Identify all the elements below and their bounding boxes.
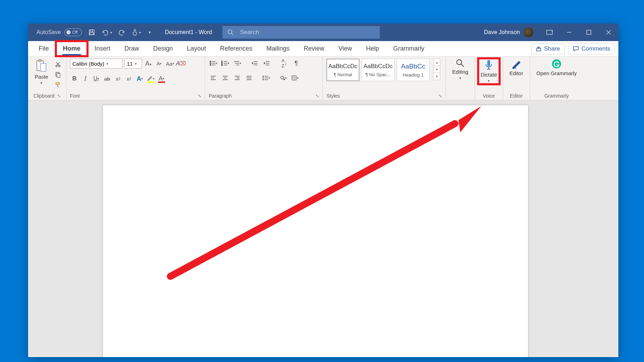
document-canvas[interactable] [28, 100, 618, 357]
ribbon-home: Paste ▾ Clipboard⤡ Calibri (Body)▾ 11▾ A… [28, 57, 618, 100]
style-normal[interactable]: AaBbCcDc ¶ Normal [326, 59, 359, 81]
superscript-button[interactable]: x2 [124, 74, 134, 83]
subscript-button[interactable]: x2 [113, 74, 123, 83]
close-button[interactable] [599, 24, 618, 41]
clear-formatting-icon[interactable]: A⌫ [176, 59, 186, 68]
title-bar: AutoSave Off ▾ ▾ ▾ Document1 - Word Sear… [28, 24, 618, 41]
autosave-toggle[interactable]: Off [64, 28, 82, 36]
increase-indent-icon[interactable] [262, 59, 271, 68]
group-editor-label: Editor [510, 93, 523, 99]
document-page[interactable] [103, 105, 528, 357]
styles-gallery-scroll[interactable]: ▴ ▾ ▾ [433, 59, 440, 80]
shading-icon[interactable]: ▾ [278, 73, 287, 83]
tab-view[interactable]: View [331, 41, 359, 56]
tab-design[interactable]: Design [146, 41, 180, 56]
styles-scroll-up-icon[interactable]: ▴ [433, 59, 440, 66]
svg-rect-13 [39, 59, 41, 62]
maximize-button[interactable] [579, 24, 599, 41]
svg-point-15 [56, 65, 58, 67]
dictate-button[interactable]: Dictate ▾ [479, 59, 499, 84]
tab-layout[interactable]: Layout [180, 41, 213, 56]
font-color-icon[interactable]: A▾ [157, 74, 166, 83]
svg-rect-14 [40, 64, 46, 71]
search-icon [227, 29, 234, 35]
search-input[interactable]: Search [222, 26, 380, 39]
tab-review[interactable]: Review [297, 41, 331, 56]
numbering-icon[interactable]: 123▾ [221, 59, 230, 68]
save-icon[interactable] [88, 29, 95, 36]
group-paragraph-label: Paragraph [209, 93, 232, 99]
open-grammarly-button[interactable]: Open Grammarly [534, 59, 580, 76]
text-effects-icon[interactable]: A▾ [135, 74, 144, 83]
redo-icon[interactable] [118, 29, 125, 36]
style-no-spacing[interactable]: AaBbCcDc ¶ No Spac... [362, 59, 395, 81]
svg-rect-21 [56, 83, 59, 85]
tab-file[interactable]: File [32, 41, 56, 56]
paste-button[interactable]: Paste ▾ [32, 59, 51, 85]
comments-icon [573, 46, 579, 52]
svg-rect-1 [90, 30, 93, 32]
decrease-indent-icon[interactable] [250, 59, 259, 68]
multilevel-list-icon[interactable]: ▾ [233, 59, 242, 68]
minimize-button[interactable] [559, 24, 579, 41]
customize-qat-icon[interactable]: ▾ [149, 30, 151, 35]
tab-draw[interactable]: Draw [117, 41, 146, 56]
font-launcher-icon[interactable]: ⤡ [198, 93, 201, 98]
tab-grammarly[interactable]: Grammarly [386, 41, 431, 56]
group-clipboard: Paste ▾ Clipboard⤡ [28, 57, 66, 100]
sort-icon[interactable]: AZ↓ [280, 59, 289, 68]
tab-insert[interactable]: Insert [87, 41, 117, 56]
styles-launcher-icon[interactable]: ⤡ [438, 93, 442, 98]
undo-icon[interactable]: ▾ [102, 29, 112, 36]
tab-home[interactable]: Home [56, 41, 87, 56]
bullets-icon[interactable]: ▾ [209, 59, 218, 68]
clipboard-launcher-icon[interactable]: ⤡ [57, 93, 61, 98]
microphone-icon [484, 59, 493, 71]
font-name-combo[interactable]: Calibri (Body)▾ [70, 59, 123, 68]
editing-button[interactable]: Editing ▾ [449, 59, 471, 80]
autosave-label: AutoSave [37, 29, 61, 35]
svg-point-16 [59, 65, 60, 67]
underline-button[interactable]: U▾ [92, 74, 101, 83]
comments-button[interactable]: Comments [568, 43, 615, 54]
share-button[interactable]: Share [531, 43, 564, 54]
tab-mailings[interactable]: Mailings [259, 41, 297, 56]
svg-rect-64 [487, 60, 490, 66]
ribbon-display-options-icon[interactable] [540, 24, 559, 41]
account-username[interactable]: Dave Johnson [484, 29, 520, 35]
copy-icon[interactable] [53, 70, 63, 79]
style-heading-1[interactable]: AaBbCc Heading 1 [397, 59, 430, 81]
svg-line-63 [461, 64, 464, 67]
line-spacing-icon[interactable]: ▾ [261, 73, 271, 83]
svg-point-24 [210, 63, 211, 64]
share-icon [536, 46, 541, 52]
group-editing: Editing ▾ [446, 57, 475, 100]
paragraph-launcher-icon[interactable]: ⤡ [316, 93, 319, 98]
grow-font-icon[interactable]: A▴ [144, 59, 153, 68]
align-center-icon[interactable] [221, 73, 230, 83]
align-left-icon[interactable] [209, 73, 218, 83]
group-styles-label: Styles [326, 93, 340, 99]
shrink-font-icon[interactable]: A▾ [155, 59, 164, 68]
format-painter-icon[interactable] [53, 80, 63, 90]
borders-icon[interactable]: ▾ [290, 73, 299, 83]
strikethrough-button[interactable]: ab [103, 74, 112, 83]
tab-help[interactable]: Help [359, 41, 386, 56]
highlight-color-icon[interactable]: ▾ [146, 74, 155, 83]
font-size-combo[interactable]: 11▾ [124, 59, 142, 68]
italic-button[interactable]: I [81, 74, 90, 83]
svg-rect-5 [547, 30, 552, 34]
account-avatar[interactable] [523, 27, 533, 37]
cut-icon[interactable] [53, 60, 63, 69]
bold-button[interactable]: B [70, 74, 79, 83]
styles-scroll-down-icon[interactable]: ▾ [433, 66, 440, 73]
show-hide-icon[interactable]: ¶ [292, 59, 301, 68]
editor-button[interactable]: Editor [507, 59, 526, 76]
align-right-icon[interactable] [233, 73, 242, 83]
touch-mode-icon[interactable]: ▾ [132, 29, 141, 36]
tab-references[interactable]: References [213, 41, 259, 56]
change-case-icon[interactable]: Aa▾ [165, 59, 175, 68]
styles-expand-icon[interactable]: ▾ [433, 73, 440, 80]
word-window: AutoSave Off ▾ ▾ ▾ Document1 - Word Sear… [28, 24, 618, 357]
justify-icon[interactable] [245, 73, 254, 83]
